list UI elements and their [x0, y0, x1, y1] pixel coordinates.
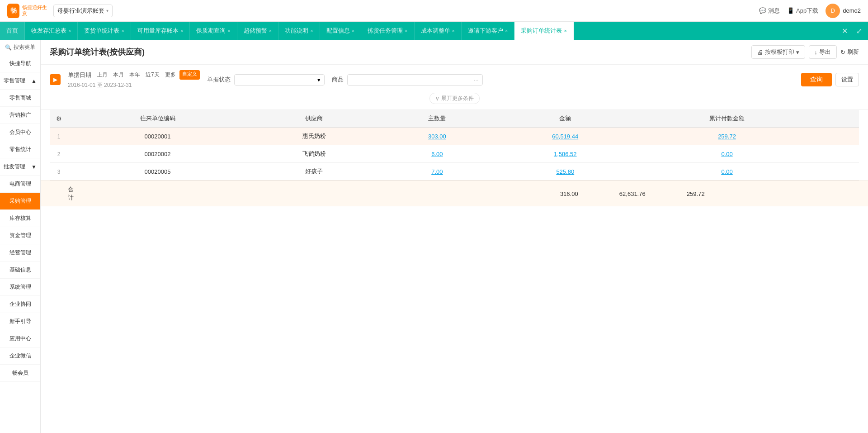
tab-purchase-stats-close[interactable]: × — [564, 28, 566, 33]
tab-function-desc[interactable]: 功能说明 × — [278, 22, 320, 40]
row-amount[interactable]: 60,519.44 — [493, 128, 637, 145]
sidebar-item-vip[interactable]: 畅会员 — [0, 365, 40, 382]
tab-close-action[interactable]: ✕ — [839, 25, 850, 36]
tab-picking-task[interactable]: 拣货任务管理 × — [361, 22, 414, 40]
app-download-btn[interactable]: 📱 App下载 — [787, 7, 818, 15]
row-quantity[interactable]: 6.00 — [381, 145, 493, 163]
sidebar: 🔍 搜索英单 快捷导航 零售管理 ▲ 零售商城 营销推广 会员中心 零售统计 批… — [0, 40, 41, 433]
sidebar-item-basic-info[interactable]: 基础信息 — [0, 262, 40, 279]
tab-expiry-query-close[interactable]: × — [227, 28, 230, 33]
sidebar-item-retail-arrow: ▲ — [31, 78, 37, 84]
tab-goods-stats-close[interactable]: × — [121, 28, 124, 33]
sidebar-item-retail-shop[interactable]: 零售商城 — [0, 90, 40, 107]
tab-invite-downstream[interactable]: 邀请下游客户 × — [462, 22, 514, 40]
sidebar-item-ecommerce-label: 电商管理 — [9, 181, 31, 187]
tab-function-desc-close[interactable]: × — [310, 28, 313, 33]
content-area: 采购订单统计表(按供应商) 🖨 按模板打印 ▾ ↓ 导出 ↻ 刷新 — [41, 40, 868, 433]
settings-icon[interactable]: ⚙ — [56, 115, 62, 122]
sidebar-item-retail[interactable]: 零售管理 ▲ — [0, 72, 40, 90]
export-label: 导出 — [819, 48, 831, 56]
date-btn-more[interactable]: 更多 — [163, 70, 178, 80]
tab-available-stock[interactable]: 可用量库存账本 × — [131, 22, 190, 40]
tab-picking-task-close[interactable]: × — [405, 28, 407, 33]
sidebar-item-newbie-label: 新手引导 — [9, 318, 31, 324]
filter-collapse-btn[interactable]: ▶ — [50, 74, 61, 85]
search-btn[interactable]: 🔍 搜索英单 — [3, 43, 38, 51]
sidebar-item-finance[interactable]: 资金管理 — [0, 227, 40, 244]
tab-config-info-close[interactable]: × — [352, 28, 354, 33]
avatar: D — [826, 4, 840, 18]
sidebar-item-operations[interactable]: 经营管理 — [0, 244, 40, 262]
footer-label: 合计 — [50, 186, 79, 202]
tab-available-stock-close[interactable]: × — [180, 28, 183, 33]
tab-available-stock-label: 可用量库存账本 — [137, 27, 179, 35]
tab-cost-adjust-close[interactable]: × — [452, 28, 455, 33]
row-amount[interactable]: 525.80 — [493, 163, 637, 181]
message-btn[interactable]: 💬 消息 — [759, 7, 780, 15]
goods-input[interactable]: ··· — [347, 74, 483, 86]
date-btn-last-month[interactable]: 上月 — [95, 70, 109, 80]
sidebar-item-marketing[interactable]: 营销推广 — [0, 107, 40, 124]
sidebar-item-inventory[interactable]: 库存核算 — [0, 210, 40, 227]
message-icon: 💬 — [759, 7, 766, 14]
tab-config-info[interactable]: 配置信息 × — [320, 22, 361, 40]
row-paid[interactable]: 0.00 — [637, 163, 817, 181]
row-amount[interactable]: 1,586.52 — [493, 145, 637, 163]
template-print-btn[interactable]: 🖨 按模板打印 ▾ — [751, 45, 805, 59]
expand-btn[interactable]: ∨ 展开更多条件 — [429, 93, 480, 104]
sidebar-item-retail-shop-label: 零售商城 — [9, 95, 31, 101]
date-btn-this-month[interactable]: 本月 — [111, 70, 126, 80]
sidebar-item-wholesale-label: 批发管理 — [4, 163, 25, 171]
sidebar-item-app-center[interactable]: 应用中心 — [0, 330, 40, 347]
tab-goods-stats[interactable]: 要货单统计表 × — [78, 22, 131, 40]
app-download-label: App下载 — [796, 7, 818, 15]
custom-date-badge[interactable]: 自定义 — [179, 70, 200, 80]
date-btn-this-year[interactable]: 本年 — [127, 70, 142, 80]
tab-purchase-stats[interactable]: 采购订单统计表 × — [514, 22, 573, 40]
sidebar-item-wechat[interactable]: 企业微信 — [0, 347, 40, 365]
date-btn-7days[interactable]: 近7天 — [144, 70, 161, 80]
tab-receive-summary-close[interactable]: × — [68, 28, 71, 33]
tab-cost-adjust[interactable]: 成本调整单 × — [415, 22, 462, 40]
sidebar-item-system[interactable]: 系统管理 — [0, 279, 40, 296]
tab-expiry-query[interactable]: 保质期查询 × — [190, 22, 237, 40]
tab-receive-summary[interactable]: 收发存汇总表 × — [25, 22, 78, 40]
filter-date-btns: 上月 本月 本年 近7天 更多 自定义 — [95, 70, 200, 80]
tab-expiry-query-label: 保质期查询 — [196, 27, 226, 35]
row-quantity[interactable]: 303.00 — [381, 128, 493, 145]
row-code: 00020002 — [68, 145, 247, 163]
tab-overstock-warning-close[interactable]: × — [269, 28, 272, 33]
user-area[interactable]: D demo2 — [826, 4, 861, 18]
settings-btn[interactable]: 设置 — [835, 73, 859, 86]
sidebar-item-purchase[interactable]: 采购管理 — [0, 193, 40, 210]
th-checkbox: ⚙ — [50, 110, 68, 128]
row-paid[interactable]: 259.72 — [637, 128, 817, 145]
sidebar-item-newbie[interactable]: 新手引导 — [0, 313, 40, 330]
tab-invite-downstream-close[interactable]: × — [505, 28, 508, 33]
row-quantity[interactable]: 7.00 — [381, 163, 493, 181]
tab-overstock-warning[interactable]: 超储预警 × — [237, 22, 278, 40]
sidebar-search-area[interactable]: 🔍 搜索英单 — [0, 40, 40, 55]
sidebar-item-member[interactable]: 会员中心 — [0, 124, 40, 141]
filter-row: ▶ 单据日期 上月 本月 本年 近7天 更多 自定义 — [50, 70, 859, 89]
row-num: 1 — [50, 128, 68, 145]
sidebar-item-wholesale[interactable]: 批发管理 ▼ — [0, 158, 40, 176]
query-btn[interactable]: 查询 — [801, 73, 832, 86]
tab-expand-action[interactable]: ⤢ — [854, 25, 864, 36]
tab-home[interactable]: 首页 — [0, 22, 25, 40]
workspace-label: 母婴行业演示账套 — [57, 7, 104, 15]
sidebar-item-quick-nav[interactable]: 快捷导航 — [0, 55, 40, 72]
export-btn[interactable]: ↓ 导出 — [809, 45, 837, 59]
sidebar-item-enterprise[interactable]: 企业协同 — [0, 296, 40, 313]
sidebar-item-ecommerce[interactable]: 电商管理 — [0, 176, 40, 193]
th-quantity: 主数量 — [381, 110, 493, 128]
sidebar-item-retail-stats[interactable]: 零售统计 — [0, 141, 40, 158]
workspace-selector[interactable]: 母婴行业演示账套 ▾ — [53, 5, 113, 17]
refresh-btn[interactable]: ↻ 刷新 — [840, 48, 859, 56]
refresh-icon: ↻ — [840, 49, 845, 56]
row-num: 2 — [50, 145, 68, 163]
row-num: 3 — [50, 163, 68, 181]
goods-filter-label: 商品 — [332, 76, 344, 84]
row-paid[interactable]: 0.00 — [637, 145, 817, 163]
status-select[interactable]: ▾ — [234, 74, 325, 86]
